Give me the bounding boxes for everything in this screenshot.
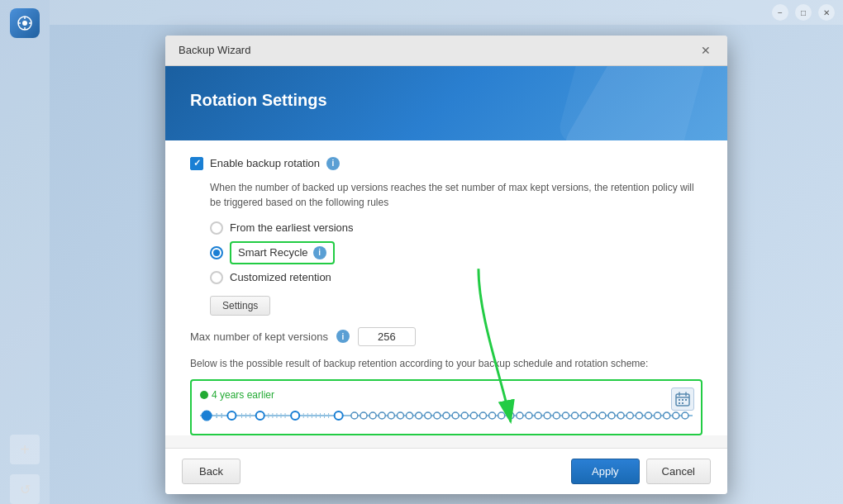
- radio-smart-recycle-label: Smart Recycle: [238, 246, 308, 259]
- radio-customized: Customized retention: [210, 271, 702, 284]
- svg-point-54: [498, 412, 505, 419]
- max-versions-input[interactable]: [358, 327, 416, 346]
- svg-point-60: [553, 412, 560, 419]
- enable-backup-info-icon[interactable]: i: [326, 157, 340, 170]
- radio-smart-recycle-btn[interactable]: [210, 246, 223, 259]
- svg-point-63: [581, 412, 588, 419]
- svg-point-38: [351, 412, 358, 419]
- timeline-track: [200, 407, 693, 424]
- svg-point-48: [443, 412, 450, 419]
- timeline-label: 4 years earlier: [200, 389, 693, 401]
- svg-point-70: [645, 412, 651, 419]
- svg-point-49: [452, 412, 459, 419]
- dialog-footer: Back Apply Cancel: [165, 448, 727, 494]
- timeline-dot: [200, 391, 208, 399]
- svg-point-23: [256, 411, 264, 420]
- minimize-btn[interactable]: −: [772, 4, 788, 21]
- svg-point-62: [572, 412, 579, 419]
- radio-customized-label: Customized retention: [230, 271, 331, 283]
- svg-rect-11: [682, 399, 683, 401]
- result-text: Below is the possible result of backup r…: [190, 356, 702, 371]
- svg-point-47: [434, 412, 441, 419]
- svg-point-37: [335, 411, 343, 420]
- radio-customized-btn[interactable]: [210, 271, 223, 284]
- svg-rect-10: [679, 399, 680, 401]
- dialog-close-button[interactable]: ✕: [698, 42, 714, 59]
- svg-point-69: [636, 412, 642, 419]
- dialog-titlebar: Backup Wizard ✕: [165, 36, 727, 66]
- radio-from-earliest-label: From the earliest versions: [230, 221, 354, 234]
- svg-point-59: [544, 412, 550, 419]
- svg-point-29: [291, 411, 299, 420]
- svg-point-66: [608, 412, 615, 419]
- svg-point-50: [461, 412, 468, 419]
- enable-backup-label: Enable backup rotation: [210, 157, 320, 169]
- cancel-button[interactable]: Cancel: [646, 459, 711, 484]
- svg-point-41: [379, 412, 385, 419]
- app-icon[interactable]: [10, 8, 40, 38]
- svg-point-71: [655, 412, 661, 419]
- radio-smart-recycle: Smart Recycle i: [210, 241, 702, 264]
- description-text: When the number of backed up versions re…: [210, 180, 702, 210]
- svg-point-43: [397, 412, 403, 419]
- svg-point-16: [202, 411, 212, 421]
- svg-point-73: [673, 412, 679, 419]
- svg-point-1: [22, 21, 27, 26]
- desktop: + ↺ − □ ✕ Backup Wizard ✕ Rotation Setti…: [0, 0, 843, 504]
- svg-point-19: [227, 411, 236, 420]
- svg-rect-13: [679, 402, 680, 404]
- smart-recycle-info-icon[interactable]: i: [313, 246, 326, 259]
- svg-point-74: [682, 412, 688, 419]
- svg-point-42: [388, 412, 394, 419]
- dialog-overlay: Backup Wizard ✕ Rotation Settings Enable…: [50, 25, 843, 504]
- svg-point-45: [416, 412, 422, 419]
- svg-point-40: [369, 412, 376, 419]
- svg-point-68: [626, 412, 633, 419]
- topbar: − □ ✕: [50, 0, 843, 25]
- header-title: Rotation Settings: [190, 91, 702, 110]
- history-icon[interactable]: ↺: [10, 474, 40, 504]
- svg-point-65: [599, 412, 606, 419]
- svg-point-55: [507, 412, 514, 419]
- svg-point-64: [590, 412, 597, 419]
- enable-backup-checkbox[interactable]: [190, 157, 203, 170]
- svg-point-52: [479, 412, 486, 419]
- max-versions-info-icon[interactable]: i: [336, 330, 350, 343]
- timeline-container: 4 years earlier: [190, 379, 702, 435]
- svg-point-39: [360, 412, 367, 419]
- svg-point-53: [489, 412, 496, 419]
- settings-button[interactable]: Settings: [210, 296, 270, 316]
- add-icon[interactable]: +: [10, 435, 40, 464]
- svg-point-44: [407, 412, 413, 419]
- svg-rect-12: [685, 399, 687, 401]
- enable-backup-row: Enable backup rotation i: [190, 157, 702, 170]
- svg-point-58: [535, 412, 541, 419]
- smart-recycle-highlight: Smart Recycle i: [230, 241, 335, 264]
- back-button[interactable]: Back: [182, 459, 241, 484]
- svg-rect-14: [682, 402, 683, 404]
- svg-point-51: [470, 412, 477, 419]
- close-btn[interactable]: ✕: [818, 4, 835, 21]
- max-versions-label: Max number of kept versions: [190, 330, 328, 343]
- svg-point-56: [517, 412, 523, 419]
- dialog-title: Backup Wizard: [179, 44, 250, 56]
- svg-point-61: [562, 412, 569, 419]
- dialog-body: Enable backup rotation i When the number…: [165, 140, 727, 435]
- taskbar-left: + ↺: [0, 0, 50, 504]
- radio-from-earliest: From the earliest versions: [210, 221, 702, 235]
- svg-point-67: [617, 412, 624, 419]
- dialog-header: Rotation Settings: [165, 66, 727, 140]
- radio-from-earliest-btn[interactable]: [210, 221, 223, 235]
- footer-right-buttons: Apply Cancel: [571, 459, 711, 484]
- dialog-window: Backup Wizard ✕ Rotation Settings Enable…: [165, 36, 727, 494]
- svg-point-46: [425, 412, 431, 419]
- svg-point-57: [526, 412, 532, 419]
- maximize-btn[interactable]: □: [795, 4, 812, 21]
- radio-group: From the earliest versions Smart Recycle…: [210, 221, 702, 284]
- svg-point-72: [664, 412, 670, 419]
- max-versions-row: Max number of kept versions i: [190, 327, 702, 346]
- apply-button[interactable]: Apply: [571, 459, 640, 484]
